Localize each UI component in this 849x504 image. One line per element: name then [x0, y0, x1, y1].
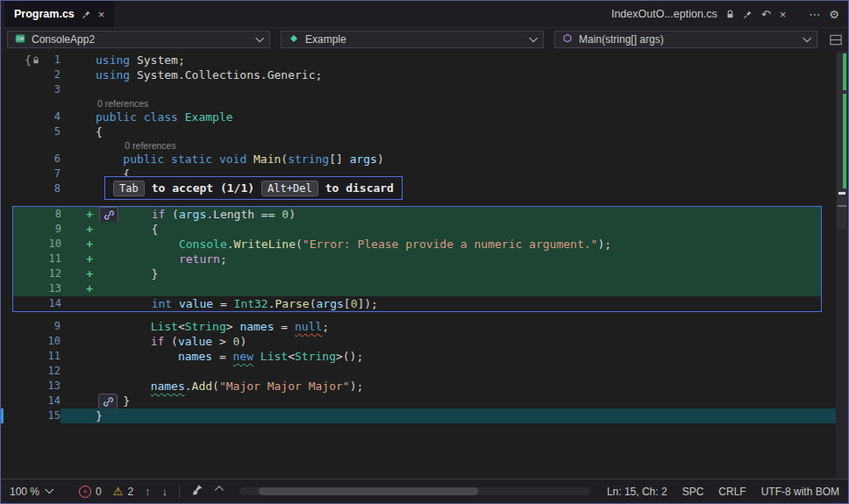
zoom-control[interactable]: 100 % — [10, 486, 52, 498]
warning-icon: ⚠ — [113, 486, 124, 497]
code-line[interactable]: 10 if (value > 0) — [1, 334, 848, 349]
glyph-margin — [61, 124, 96, 139]
code-text[interactable] — [96, 82, 848, 97]
code-text[interactable] — [96, 281, 821, 296]
scroll-divider-mark — [838, 205, 846, 207]
code-line[interactable]: 3 — [1, 82, 848, 97]
line-number: 11 — [1, 349, 61, 364]
chevron-down-icon — [45, 485, 54, 493]
line-number: 11 — [13, 252, 61, 266]
line-number: 3 — [1, 82, 61, 97]
svg-text:C#: C# — [17, 36, 24, 41]
code-line[interactable]: 15} — [1, 408, 848, 423]
status-right-info: Ln: 15, Ch: 2 SPC CRLF UTF-8 with BOM — [607, 486, 839, 498]
glyph-margin — [61, 319, 96, 334]
close-icon[interactable]: × — [780, 9, 787, 20]
prev-issue-icon[interactable]: ↑ — [145, 486, 151, 497]
code-text[interactable]: if (args.Length == 0) — [96, 207, 821, 222]
issues-indicator[interactable]: × 0 ⚠ 2 — [79, 486, 133, 498]
status-bar: 100 % × 0 ⚠ 2 ↑ ↓ Ln: 15, Ch: 2 SPC CRLF… — [1, 479, 848, 503]
code-text[interactable]: } — [96, 408, 848, 423]
cursor-position[interactable]: Ln: 15, Ch: 2 — [607, 486, 667, 498]
code-line[interactable]: 13+ — [13, 281, 821, 296]
code-line[interactable]: 14 } — [1, 394, 848, 408]
line-number: 8 — [13, 207, 61, 222]
split-editor-icon[interactable] — [830, 34, 842, 46]
codelens-references[interactable]: 0 references — [96, 139, 848, 152]
code-line[interactable]: 9+ { — [13, 222, 821, 237]
horizontal-scrollbar[interactable] — [239, 487, 590, 495]
scrollbar-thumb[interactable] — [259, 487, 478, 495]
tab-program-cs[interactable]: Program.cs × — [4, 1, 114, 27]
glyph-margin — [61, 379, 96, 394]
link-edit-icon[interactable] — [98, 394, 118, 409]
code-text[interactable]: int value = Int32.Parse(args[0]); — [96, 296, 821, 311]
code-line[interactable]: 9 List<String> names = null; — [1, 319, 848, 334]
code-text[interactable]: { — [96, 222, 821, 237]
code-text[interactable]: using System; — [96, 53, 848, 67]
code-text[interactable]: } — [96, 394, 848, 408]
line-ending[interactable]: CRLF — [718, 486, 746, 498]
project-dropdown[interactable]: C# ConsoleApp2 — [7, 31, 270, 48]
code-text[interactable]: using System.Collections.Generic; — [96, 67, 848, 82]
type-dropdown[interactable]: Example — [281, 31, 544, 48]
glyph-margin — [61, 181, 96, 196]
code-line[interactable]: 11 names = new List<String>(); — [1, 349, 848, 364]
vertical-scrollbar[interactable] — [836, 51, 848, 479]
code-text[interactable]: names = new List<String>(); — [96, 349, 848, 364]
code-line[interactable]: 1using System; — [1, 53, 848, 67]
code-line[interactable]: 8+ if (args.Length == 0) — [13, 207, 821, 222]
codelens-row[interactable]: 0 references — [1, 139, 848, 152]
code-line[interactable]: 6 public static void Main(string[] args) — [1, 152, 848, 167]
code-line[interactable]: 5{ — [1, 124, 848, 139]
code-lines-before: 1using System;2using System.Collections.… — [1, 53, 848, 196]
inline-suggestion-box: 8+ if (args.Length == 0)9+ {10+ Console.… — [12, 206, 822, 312]
code-line[interactable]: 14 int value = Int32.Parse(args[0]); — [13, 296, 821, 311]
next-issue-icon[interactable]: ↓ — [162, 486, 168, 497]
code-text[interactable]: public static void Main(string[] args) — [96, 152, 848, 167]
code-line[interactable]: 10+ Console.WriteLine("Error: Please pro… — [13, 237, 821, 252]
code-text[interactable]: public class Example — [96, 110, 848, 124]
code-text[interactable]: } — [96, 266, 821, 281]
code-line[interactable]: 12+ } — [13, 266, 821, 281]
link-edit-icon[interactable] — [99, 207, 118, 223]
code-line[interactable]: 2using System.Collections.Generic; — [1, 67, 848, 82]
member-dropdown[interactable]: Main(string[] args) — [554, 31, 817, 48]
codelens-row[interactable]: 0 references — [1, 97, 848, 110]
code-line[interactable]: 13 names.Add("Major Major Major"); — [1, 379, 848, 394]
more-options-icon[interactable]: ⋯ — [809, 9, 820, 20]
expand-icon[interactable] — [215, 486, 224, 494]
pin-icon[interactable] — [743, 10, 753, 19]
glyph-margin: + — [61, 237, 96, 252]
close-icon[interactable]: × — [98, 9, 105, 20]
settings-gear-icon[interactable]: ⚙ — [829, 9, 839, 20]
code-line[interactable]: 4public class Example — [1, 110, 848, 124]
line-number: 14 — [1, 394, 61, 408]
pin-icon[interactable] — [82, 10, 91, 19]
chevron-down-icon — [255, 33, 264, 42]
glyph-margin — [61, 82, 96, 97]
csharp-project-icon: C# — [15, 33, 25, 46]
code-line[interactable]: 11+ return; — [13, 252, 821, 266]
change-mark — [843, 53, 846, 90]
preview-file-name[interactable]: IndexOutO...eption.cs — [611, 8, 717, 20]
code-text[interactable] — [96, 364, 848, 379]
indentation-mode[interactable]: SPC — [682, 486, 704, 498]
line-number: 5 — [1, 124, 61, 139]
encoding[interactable]: UTF-8 with BOM — [761, 486, 839, 498]
code-cleanup-broom-icon[interactable] — [191, 484, 203, 499]
code-text[interactable]: return; — [96, 252, 821, 266]
line-number — [1, 97, 61, 110]
code-text[interactable]: names.Add("Major Major Major"); — [96, 379, 848, 394]
code-text[interactable]: { — [96, 124, 848, 139]
suggestion-tooltip: Tab to accept (1/1) Alt+Del to discard — [104, 176, 403, 200]
line-number: 9 — [13, 222, 61, 237]
code-editor[interactable]: { 1using System;2using System.Collection… — [1, 51, 848, 479]
code-text[interactable]: List<String> names = null; — [96, 319, 848, 334]
undo-icon[interactable]: ↶ — [761, 9, 771, 20]
code-text[interactable]: if (value > 0) — [96, 334, 848, 349]
tab-label: Program.cs — [14, 8, 75, 20]
code-text[interactable]: Console.WriteLine("Error: Please provide… — [96, 237, 821, 252]
codelens-references[interactable]: 0 references — [96, 97, 848, 110]
code-line[interactable]: 12 — [1, 364, 848, 379]
